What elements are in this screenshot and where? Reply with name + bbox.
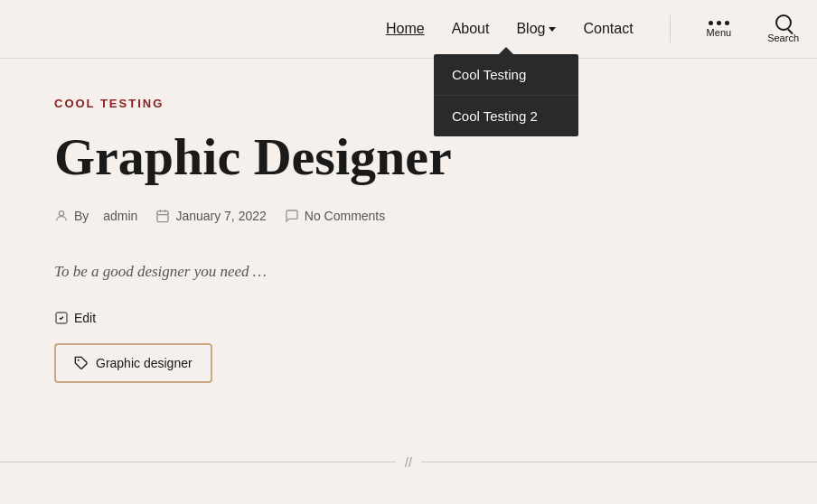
main-content: COOL TESTING Graphic Designer By admin J… bbox=[0, 59, 723, 419]
nav-about[interactable]: About bbox=[452, 21, 490, 37]
post-title: Graphic Designer bbox=[54, 128, 669, 186]
meta-comments: No Comments bbox=[285, 209, 385, 223]
edit-link[interactable]: Edit bbox=[54, 311, 669, 325]
svg-rect-1 bbox=[157, 210, 168, 221]
dropdown-item-cool-testing-2[interactable]: Cool Testing 2 bbox=[434, 96, 578, 136]
post-excerpt: To be a good designer you need … bbox=[54, 259, 669, 284]
edit-label: Edit bbox=[74, 311, 96, 325]
nav-blog[interactable]: Blog bbox=[516, 21, 556, 37]
menu-button[interactable]: Menu bbox=[707, 21, 732, 38]
blog-dropdown: Cool Testing Cool Testing 2 bbox=[434, 54, 578, 136]
calendar-icon bbox=[155, 209, 170, 223]
nav-home[interactable]: Home bbox=[386, 21, 425, 37]
tag-label: Graphic designer bbox=[96, 356, 193, 370]
tags-box[interactable]: Graphic designer bbox=[54, 343, 212, 383]
post-meta: By admin January 7, 2022 No Comments bbox=[54, 209, 669, 223]
search-label: Search bbox=[767, 33, 799, 43]
meta-comments-value: No Comments bbox=[305, 209, 385, 223]
divider-symbol: // bbox=[396, 455, 421, 470]
tag-icon bbox=[74, 356, 89, 370]
nav-divider bbox=[670, 15, 671, 42]
svg-point-0 bbox=[59, 210, 63, 215]
main-nav: Home About Blog Contact Menu Search bbox=[386, 14, 799, 43]
meta-author-name: admin bbox=[103, 209, 137, 223]
dropdown-item-cool-testing[interactable]: Cool Testing bbox=[434, 54, 578, 96]
nav-contact[interactable]: Contact bbox=[583, 21, 633, 37]
menu-label: Menu bbox=[707, 27, 732, 38]
meta-author: By admin bbox=[54, 209, 137, 223]
meta-author-prefix: By bbox=[74, 209, 89, 223]
menu-dots-icon bbox=[709, 21, 729, 25]
site-header: Home About Blog Contact Menu Search Cool… bbox=[0, 0, 817, 59]
search-icon bbox=[775, 14, 792, 31]
nav-blog-label: Blog bbox=[516, 21, 545, 37]
author-icon bbox=[54, 209, 69, 223]
footer-divider: // bbox=[0, 437, 817, 488]
search-button[interactable]: Search bbox=[767, 14, 799, 43]
chevron-down-icon bbox=[549, 27, 556, 32]
comment-icon bbox=[285, 209, 299, 223]
edit-icon bbox=[54, 311, 69, 325]
category-link[interactable]: COOL TESTING bbox=[54, 97, 164, 110]
meta-date: January 7, 2022 bbox=[155, 209, 266, 223]
meta-date-value: January 7, 2022 bbox=[175, 209, 266, 223]
